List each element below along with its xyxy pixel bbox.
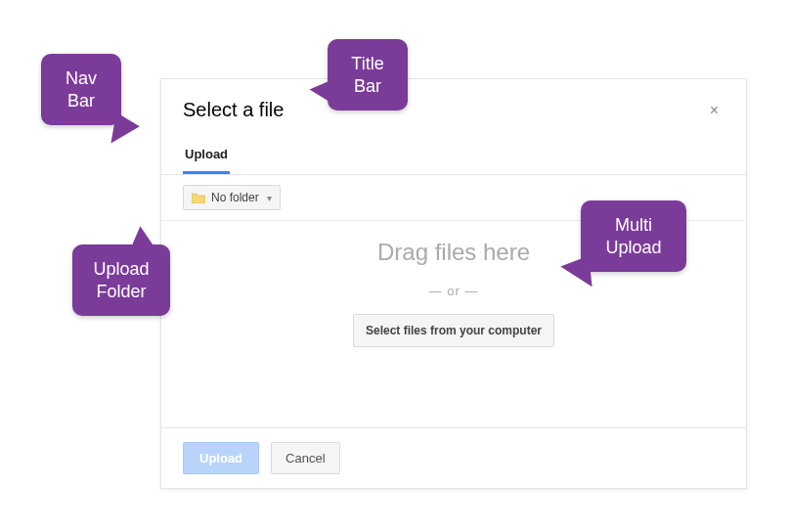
chevron-down-icon: ▾ xyxy=(267,193,272,203)
dialog-title: Select a file xyxy=(183,99,284,121)
annotation-tail xyxy=(130,226,162,254)
annotation-tail xyxy=(559,256,592,290)
annotation-upload-folder: UploadFolder xyxy=(72,244,170,316)
or-separator: — or — xyxy=(429,284,479,298)
cancel-button[interactable]: Cancel xyxy=(271,442,339,474)
close-button[interactable]: × xyxy=(704,100,725,121)
annotation-label: UploadFolder xyxy=(93,259,149,301)
close-icon: × xyxy=(710,102,719,118)
folder-label: No folder xyxy=(211,191,259,204)
drag-instruction: Drag files here xyxy=(377,239,530,266)
annotation-label: NavBar xyxy=(66,68,97,111)
annotation-tail xyxy=(309,79,337,110)
annotation-tail xyxy=(110,112,141,148)
nav-bar: Upload xyxy=(161,127,746,174)
folder-select-button[interactable]: No folder ▾ xyxy=(183,185,281,210)
select-files-button[interactable]: Select files from your computer xyxy=(353,314,554,347)
folder-icon xyxy=(192,193,205,203)
annotation-nav-bar: NavBar xyxy=(41,54,121,125)
annotation-label: MultiUpload xyxy=(605,215,661,257)
annotation-multi-upload: MultiUpload xyxy=(581,200,686,272)
tab-upload[interactable]: Upload xyxy=(183,141,230,174)
dialog-footer: Upload Cancel xyxy=(161,427,746,488)
annotation-label: TitleBar xyxy=(351,54,383,96)
title-bar: Select a file × xyxy=(161,79,746,127)
upload-button[interactable]: Upload xyxy=(183,442,259,474)
annotation-title-bar: TitleBar xyxy=(328,39,408,111)
file-picker-dialog: Select a file × Upload No folder ▾ Drag … xyxy=(160,78,747,489)
